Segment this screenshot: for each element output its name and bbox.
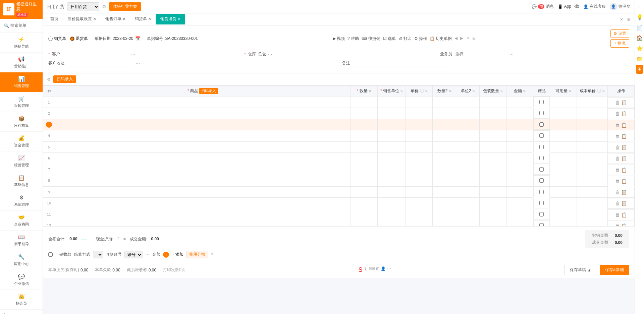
sidebar-item-purchase[interactable]: 🛒 采购管理: [0, 92, 43, 112]
del-5[interactable]: 🗑: [615, 144, 620, 151]
copy-10[interactable]: 📋: [621, 200, 627, 207]
sidebar-item-member[interactable]: 👑 畅会员: [0, 290, 43, 310]
qty2-sort-icon[interactable]: ⇅: [449, 89, 451, 93]
one-click-payment-checkbox[interactable]: [48, 252, 53, 257]
tab-price-settings[interactable]: 售价提取设置 ✕: [63, 14, 101, 24]
mic-icon[interactable]: 🎙: [364, 266, 368, 273]
del-12[interactable]: 🗑: [615, 222, 620, 226]
online-service-btn[interactable]: 👤 在线客服: [583, 4, 606, 9]
unit-sort-icon[interactable]: ⇅: [400, 89, 403, 93]
return-radio[interactable]: 退货单: [70, 36, 88, 42]
sidebar-item-system[interactable]: ⚙ 系统管理: [0, 191, 43, 211]
del-6[interactable]: 🗑: [615, 155, 620, 162]
print-btn[interactable]: 🖨 打印: [398, 36, 412, 42]
sidebar-item-finance[interactable]: 💰 资金管理: [0, 132, 43, 151]
copy-12[interactable]: 📋: [621, 222, 627, 226]
video-btn[interactable]: ▶ 视频: [333, 36, 345, 42]
copy-5[interactable]: 📋: [621, 144, 627, 151]
gift-checkbox-11[interactable]: [539, 212, 544, 216]
tab-layout-icon[interactable]: ⊞: [626, 17, 632, 22]
price-sort-icon[interactable]: ⇅: [425, 89, 428, 93]
copy-row-1-btn[interactable]: 📋: [621, 99, 627, 106]
unit2-sort-icon[interactable]: ⇅: [472, 89, 475, 93]
salesperson-input[interactable]: [454, 51, 507, 57]
tab-sales-order[interactable]: 销售订单 ✕: [101, 14, 130, 24]
scan-btn[interactable]: 扫码录入: [53, 75, 76, 83]
copy-11[interactable]: 📋: [621, 211, 627, 218]
del-7[interactable]: 🗑: [615, 166, 620, 174]
gift-checkbox-10[interactable]: [539, 201, 544, 205]
fee-split-help[interactable]: ?: [211, 252, 213, 257]
del-11[interactable]: 🗑: [615, 211, 620, 218]
right-icon-star[interactable]: ⭐: [635, 44, 644, 53]
discount-help-icon[interactable]: ?: [117, 237, 119, 241]
price-info-icon[interactable]: ⓘ: [420, 88, 424, 93]
address-select-btn[interactable]: ···: [136, 61, 140, 66]
help-btn[interactable]: ? 帮助: [347, 36, 359, 42]
gift-checkbox-1[interactable]: [539, 100, 544, 104]
logistics-btn[interactable]: + 物流: [610, 39, 629, 48]
gift-checkbox-6[interactable]: [539, 156, 544, 160]
scan-btn-inline[interactable]: 扫码录入: [199, 88, 218, 94]
gift-checkbox-2[interactable]: [539, 111, 544, 115]
tab-home[interactable]: 首页: [46, 14, 63, 24]
calendar-icon[interactable]: 📅: [135, 36, 140, 41]
sale-radio[interactable]: 销货单: [48, 36, 66, 42]
sidebar-settings-icon[interactable]: ⚙: [3, 313, 6, 314]
gift-checkbox-5[interactable]: [539, 145, 544, 149]
save-draft-chevron-icon[interactable]: ▲: [587, 268, 591, 272]
tab-sales-return[interactable]: 销货退货 ✕: [156, 14, 185, 24]
save-draft-btn[interactable]: 保存草稿 ▲: [564, 265, 597, 275]
operate-btn[interactable]: ⚙ 操作: [414, 36, 427, 42]
copy-8[interactable]: 📋: [621, 177, 627, 185]
gift-checkbox-8[interactable]: [539, 178, 544, 183]
sidebar-collapse-icon[interactable]: ◀: [9, 313, 12, 314]
history-btn[interactable]: 📋 历史单据: [430, 36, 452, 42]
pack-sort-icon[interactable]: ⇅: [500, 89, 503, 93]
col-header-setting[interactable]: ⚙: [43, 86, 55, 97]
tab-close-return[interactable]: ✕: [178, 17, 180, 21]
cost-sort-icon[interactable]: ⇅: [602, 89, 605, 93]
product-input-3[interactable]: [58, 122, 348, 127]
gift-checkbox-3[interactable]: [539, 122, 544, 127]
sidebar-item-sales[interactable]: 📊 销售管理: [0, 72, 43, 92]
fee-split-btn[interactable]: 费用分摊: [186, 251, 208, 258]
sidebar-item-operations[interactable]: 📈 经营管理: [0, 151, 43, 171]
warehouse-select-btn[interactable]: ···: [268, 52, 272, 57]
add-payment-btn[interactable]: +: [163, 252, 169, 258]
gift-checkbox-7[interactable]: [539, 167, 544, 172]
right-icon-doc[interactable]: 📄: [635, 23, 644, 32]
tab-close-sales-order[interactable]: ✕: [123, 17, 125, 21]
table-icon[interactable]: ⊞: [376, 266, 379, 273]
del-10[interactable]: 🗑: [615, 200, 620, 207]
settings-panel-btn[interactable]: ⚙ 设置: [610, 29, 629, 38]
del-4[interactable]: 🗑: [615, 132, 620, 140]
address-input[interactable]: [66, 60, 133, 66]
account-dots[interactable]: ···: [145, 252, 150, 257]
del-9[interactable]: 🗑: [615, 189, 620, 196]
delete-row-3-btn[interactable]: 🗑: [615, 121, 620, 129]
app-download-btn[interactable]: 📱 App下载: [558, 4, 579, 9]
list-view-icon[interactable]: ≡: [467, 36, 470, 42]
user-profile-btn[interactable]: 👤 徐泽华: [610, 3, 631, 10]
sidebar-item-wechat[interactable]: 💬 企业微信: [0, 270, 43, 290]
more-icon[interactable]: ⋯: [387, 266, 391, 273]
sidebar-item-inventory[interactable]: 📦 库存核算: [0, 112, 43, 132]
tab-sales-bill[interactable]: 销货单 ✕: [130, 14, 156, 24]
sidebar-item-guide[interactable]: 📖 新手引导: [0, 231, 43, 250]
right-icon-list[interactable]: ≡: [637, 3, 642, 11]
customer-select-btn[interactable]: ···: [131, 52, 136, 57]
del-8[interactable]: 🗑: [615, 177, 620, 185]
experience-btn[interactable]: 体验行业方案: [109, 2, 141, 11]
right-icon-folder[interactable]: 📁: [635, 54, 644, 63]
copy-4[interactable]: 📋: [621, 132, 627, 140]
add-row-btn[interactable]: +: [46, 122, 52, 128]
sidebar-search[interactable]: 🔍 搜索菜单: [0, 19, 43, 33]
prev-icon[interactable]: ◀: [454, 36, 458, 42]
grid-view-icon[interactable]: ⊞: [472, 36, 476, 42]
message-btn[interactable]: 💬 70 消息: [532, 4, 554, 9]
user-icon-footer[interactable]: 👤: [381, 266, 386, 273]
tab-close-all-icon[interactable]: ✕: [619, 17, 625, 22]
remark-input[interactable]: [352, 60, 453, 66]
copy-9[interactable]: 📋: [621, 189, 627, 196]
